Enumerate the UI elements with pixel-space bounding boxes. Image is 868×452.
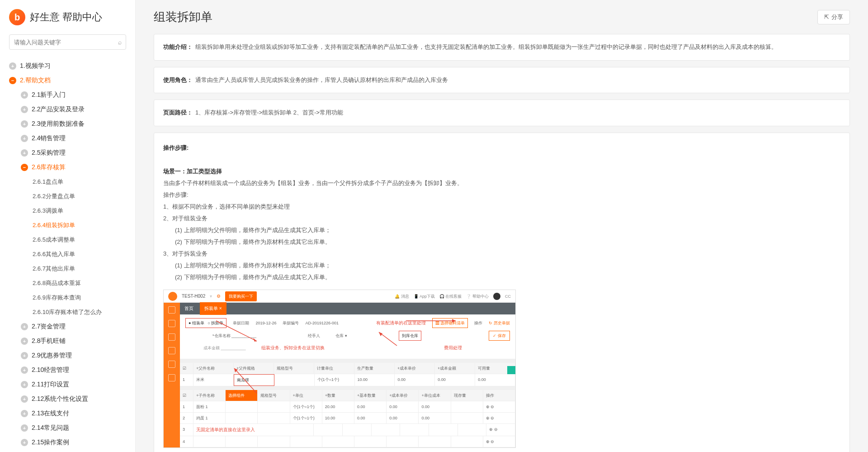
- step3-1: (1) 上部明细为父件明细，最终作为原材料生成其它出库单；: [163, 260, 840, 271]
- search-input[interactable]: [9, 34, 126, 50]
- nav-2-9[interactable]: +2.9优惠券管理: [9, 348, 126, 363]
- minus-icon: −: [21, 164, 28, 171]
- ss-help: ❔ 帮助中心: [466, 292, 489, 300]
- nav-2-7[interactable]: +2.7资金管理: [9, 319, 126, 334]
- nav-label: 2.6.3调拨单: [33, 207, 63, 215]
- nav-2-6-9[interactable]: 2.6.9库存账本查询: [9, 290, 126, 305]
- ss-user: CC: [505, 292, 511, 300]
- plus-icon: +: [21, 91, 28, 99]
- ss-th: 规格型号: [258, 390, 290, 401]
- plus-icon: +: [21, 410, 28, 417]
- nav-2-5[interactable]: +2.5采购管理: [9, 146, 126, 160]
- nav-2-6-1[interactable]: 2.6.1盘点单: [9, 175, 126, 189]
- header-row: 组装拆卸单 ⇱分享: [154, 9, 850, 25]
- nav-label: 2.6.8商品成本重算: [33, 279, 81, 287]
- nav-2-15[interactable]: +2.15操作案例: [9, 435, 126, 450]
- embedded-screenshot: TEST-H002 ▾ ⚙ 我要购买一下 🔔 消息 📱 App下载 🎧 在线客服…: [163, 290, 516, 448]
- nav-2-6-8[interactable]: 2.6.8商品成本重算: [9, 276, 126, 290]
- ss-divider: ▾: [210, 292, 212, 301]
- ss-store-icon: [168, 361, 175, 368]
- nav-label: 1.视频学习: [20, 62, 51, 70]
- ss-td: 0.00: [395, 374, 435, 386]
- path-card: 页面路径：1、库存核算->库存管理->组装拆卸单 2、首页->常用功能: [154, 100, 850, 126]
- ss-th: +成本单价: [395, 363, 435, 374]
- ss-td: 0.00: [387, 401, 419, 412]
- scene1-title: 场景一：加工类型选择: [163, 166, 840, 177]
- nav-label: 2.6.4组装拆卸单: [33, 221, 75, 229]
- search-icon[interactable]: ⌕: [118, 38, 122, 46]
- ss-top-right: 🔔 消息 📱 App下载 🎧 在线客服 ❔ 帮助中心 CC: [395, 292, 511, 300]
- ss-td: 0.00: [419, 413, 451, 423]
- logo-text: 好生意 帮助中心: [30, 10, 102, 24]
- nav-2-12[interactable]: +2.12系统个性化设置: [9, 392, 126, 406]
- nav-2-3[interactable]: +2.3使用前数据准备: [9, 117, 126, 131]
- step2-2: (2) 下部明细为子件明细，最终作为原材料生成其它出库单。: [163, 236, 840, 248]
- path-label: 页面路径：: [163, 109, 193, 116]
- plus-icon: +: [21, 106, 28, 113]
- ss-th: 规格型号: [274, 363, 314, 374]
- ss-code-val: AD-20191226-001: [305, 319, 339, 327]
- nav-label: 2.13在线支付: [32, 409, 69, 418]
- logo-icon: b: [9, 9, 25, 25]
- ss-annotation3: 无固定清单的直接在这里录入: [193, 424, 314, 436]
- nav-2-6-10[interactable]: 2.6.10库存账本错了怎么办: [9, 305, 126, 319]
- nav-2-1[interactable]: +2.1新手入门: [9, 88, 126, 102]
- nav-label: 2.12系统个性化设置: [32, 395, 88, 403]
- nav-2-6-6[interactable]: 2.6.6其他入库单: [9, 247, 126, 262]
- nav-label: 2.11打印设置: [32, 381, 69, 389]
- nav-2-10[interactable]: +2.10经营管理: [9, 363, 126, 377]
- nav-2-8[interactable]: +2.8手机旺铺: [9, 334, 126, 348]
- role-text: 通常由生产人员或库管人员完成拆装业务的操作，库管人员确认原材料的出库和产成品的入…: [195, 76, 448, 83]
- nav-video[interactable]: +1.视频学习: [9, 59, 126, 73]
- nav-docs[interactable]: −2.帮助文档: [9, 73, 126, 88]
- ss-td: 南瓜饼: [234, 374, 274, 386]
- ss-td: 鸡蛋 1: [193, 413, 226, 423]
- plus-icon: +: [21, 135, 28, 142]
- nav-label: 2.6.10库存账本错了怎么办: [33, 308, 102, 316]
- nav-2-6-4[interactable]: 2.6.4组装拆卸单: [9, 218, 126, 233]
- nav-label: 2.10经营管理: [32, 366, 69, 374]
- nav-2-13[interactable]: +2.13在线支付: [9, 406, 126, 421]
- ss-avatar-icon: [493, 293, 500, 300]
- plus-icon: +: [21, 120, 28, 128]
- plus-icon: +: [21, 338, 28, 345]
- nav-label: 2.4销售管理: [32, 134, 66, 143]
- nav-label: 2.1新手入门: [32, 91, 66, 99]
- minus-icon: −: [9, 77, 16, 84]
- ss-th: +单位成本: [419, 390, 451, 401]
- ss-type-box: ● 组装单 ○ 拆卸单: [185, 318, 226, 328]
- plus-icon: +: [21, 352, 28, 359]
- share-button[interactable]: ⇱分享: [817, 10, 850, 24]
- nav-2-14[interactable]: +2.14常见问题: [9, 421, 126, 435]
- nav-2-6-2[interactable]: 2.6.2分量盘点单: [9, 189, 126, 204]
- ss-th: 操作: [483, 390, 515, 401]
- steps-label2: 操作步骤:: [163, 189, 840, 201]
- ss-cost-label: 成本金额 ___________: [203, 344, 246, 352]
- ss-topbar: TEST-H002 ▾ ⚙ 我要购买一下 🔔 消息 📱 App下载 🎧 在线客服…: [164, 290, 515, 303]
- nav-2-4[interactable]: +2.4销售管理: [9, 131, 126, 146]
- nav-2-6-3[interactable]: 2.6.3调拨单: [9, 204, 126, 218]
- ss-td: 0.00: [435, 374, 475, 386]
- nav-2-6-7[interactable]: 2.6.7其他出库单: [9, 262, 126, 276]
- ss-content: 首页 拆装单 × ● 组装单 ○ 拆卸单 单据日期 2019-12-26 单据编…: [180, 303, 515, 447]
- role-card: 使用角色：通常由生产人员或库管人员完成拆装业务的操作，库管人员确认原材料的出库和…: [154, 67, 850, 94]
- nav-label: 2.6.1盘点单: [33, 178, 63, 186]
- ss-history-btn: ↻ 历史单据: [489, 319, 510, 327]
- nav-label: 2.15操作案例: [32, 438, 69, 447]
- ss-td: 0.00: [419, 401, 451, 412]
- step2-1: (1) 上部明细为父件明细，最终作为产成品生成其它入库单；: [163, 224, 840, 236]
- nav-label: 2.6.7其他出库单: [33, 265, 75, 273]
- ss-tab-active: 拆装单 ×: [200, 302, 226, 315]
- step2: 2、对于组装业务: [163, 213, 840, 224]
- nav-2-2[interactable]: +2.2产品安装及登录: [9, 102, 126, 117]
- ss-date-label: 单据日期: [233, 319, 249, 327]
- ss-save-btn: ✓ 保存: [489, 331, 510, 341]
- nav-2-6-5[interactable]: 2.6.5成本调整单: [9, 233, 126, 247]
- ss-td: 0.00: [354, 413, 387, 423]
- plus-icon: +: [21, 149, 28, 157]
- plus-icon: +: [21, 366, 28, 374]
- nav-2-6[interactable]: −2.6库存核算: [9, 160, 126, 175]
- plus-icon: +: [21, 439, 28, 446]
- nav-2-11[interactable]: +2.11打印设置: [9, 377, 126, 392]
- nav-label: 2.8手机旺铺: [32, 337, 66, 345]
